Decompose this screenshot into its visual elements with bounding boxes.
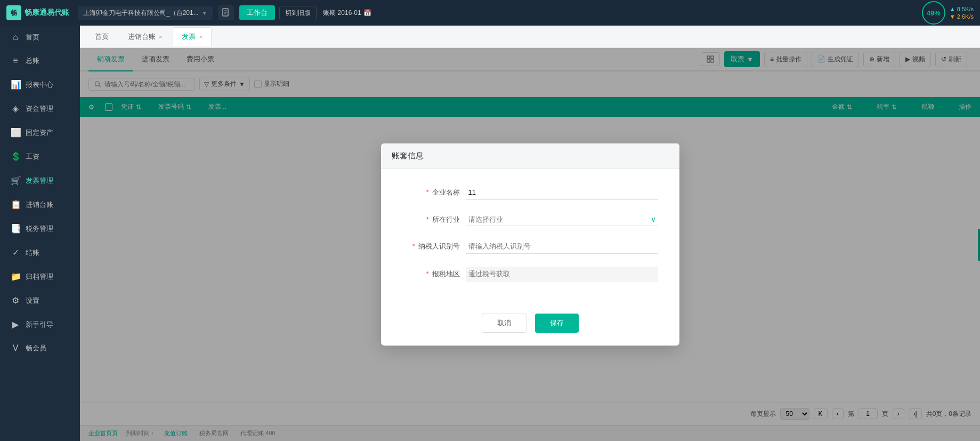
company-dropdown-icon: ▼ <box>202 10 207 16</box>
tax-region-label: * 报税地区 <box>402 269 466 279</box>
sidebar-label-checkout: 结账 <box>26 248 39 258</box>
sidebar-item-tax[interactable]: 📑 税务管理 <box>0 217 80 240</box>
modal-header: 账套信息 <box>381 143 679 169</box>
sidebar-label-assets: 固定资产 <box>26 128 53 138</box>
sidebar-label-finance: 资金管理 <box>26 104 53 114</box>
company-name-input[interactable] <box>466 185 658 200</box>
tab-home[interactable]: 首页 <box>86 28 117 46</box>
workspace-button[interactable]: 工作台 <box>239 5 275 20</box>
main-layout: ⌂ 首页 ≡ 总账 📊 报表中心 ◈ 资金管理 ⬜ 固定资产 💲 工资 🛒 发票… <box>0 26 980 441</box>
modal-title: 账套信息 <box>392 151 424 160</box>
tab-invoice-close[interactable]: × <box>199 34 202 40</box>
percent-value: 49% <box>927 9 941 17</box>
content-area: 首页 进销台账 × 发票 × 销项发票 进项发票 费用 <box>80 26 980 441</box>
form-row-tax-id: * 纳税人识别号 <box>402 239 658 254</box>
cancel-button[interactable]: 取消 <box>482 314 527 333</box>
sidebar-item-checkout[interactable]: ✓ 结账 <box>0 240 80 264</box>
sidebar-item-payroll[interactable]: 💲 工资 <box>0 145 80 169</box>
sidebar-item-home[interactable]: ⌂ 首页 <box>0 26 80 49</box>
period-info: 账期 2016-01 📅 <box>323 9 371 18</box>
modal-body: * 企业名称 * 所在行业 <box>381 169 679 305</box>
form-row-tax-region: * 报税地区 <box>402 267 658 282</box>
modal-overlay: 账套信息 * 企业名称 <box>80 48 980 441</box>
logo: 畅 畅康通易代账 <box>6 5 69 20</box>
industry-label: * 所在行业 <box>402 215 466 224</box>
tax-region-input <box>466 267 658 282</box>
checkout-icon: ✓ <box>11 247 20 258</box>
reports-icon: 📊 <box>11 79 20 90</box>
industry-dropdown-icon: ∨ <box>651 215 656 223</box>
sidebar-label-reports: 报表中心 <box>26 80 53 90</box>
sidebar-item-ledger[interactable]: ≡ 总账 <box>0 49 80 73</box>
modal-dialog: 账套信息 * 企业名称 <box>381 143 679 346</box>
required-star-3: * <box>412 242 415 250</box>
speed-values: ▲ 8.5K/s ▼ 2.6K/s <box>950 6 974 20</box>
form-row-company-name: * 企业名称 <box>402 185 658 200</box>
archive-icon: 📁 <box>11 271 20 282</box>
tab-purchase-label: 进销台账 <box>128 32 156 42</box>
sidebar-item-assets[interactable]: ⬜ 固定资产 <box>0 121 80 145</box>
logo-icon: 畅 <box>6 5 21 20</box>
member-icon: V <box>11 343 20 353</box>
sidebar-item-invoice[interactable]: 🛒 发票管理 <box>0 169 80 193</box>
sidebar-label-invoice: 发票管理 <box>26 176 53 186</box>
home-icon: ⌂ <box>11 33 20 42</box>
sidebar: ⌂ 首页 ≡ 总账 📊 报表中心 ◈ 资金管理 ⬜ 固定资产 💲 工资 🛒 发票… <box>0 26 80 441</box>
sidebar-item-finance[interactable]: ◈ 资金管理 <box>0 97 80 121</box>
logo-abbr: 畅 <box>11 9 17 18</box>
tab-purchase-close[interactable]: × <box>159 34 162 40</box>
speed-down: ▼ 2.6K/s <box>950 13 974 20</box>
sidebar-label-payroll: 工资 <box>26 152 39 162</box>
sidebar-item-archive[interactable]: 📁 归档管理 <box>0 264 80 288</box>
sidebar-item-guide[interactable]: ▶ 新手引导 <box>0 312 80 336</box>
sidebar-label-tax: 税务管理 <box>26 224 53 234</box>
sidebar-label-archive: 归档管理 <box>26 272 53 282</box>
tab-invoice-label: 发票 <box>182 32 196 42</box>
company-name-label: * 企业名称 <box>402 188 466 197</box>
save-button[interactable]: 保存 <box>535 314 579 333</box>
industry-select-wrapper[interactable]: ∨ <box>466 213 658 226</box>
sidebar-item-purchase[interactable]: 📋 进销台账 <box>0 193 80 217</box>
tax-id-input[interactable] <box>466 239 658 254</box>
tab-home-label: 首页 <box>95 32 109 42</box>
tab-purchase[interactable]: 进销台账 × <box>119 28 171 46</box>
payroll-icon: 💲 <box>11 151 20 162</box>
sidebar-item-settings[interactable]: ⚙ 设置 <box>0 288 80 312</box>
settings-icon: ⚙ <box>11 295 20 306</box>
ledger-icon: ≡ <box>11 56 20 66</box>
assets-icon: ⬜ <box>11 127 20 138</box>
period-label: 账期 <box>323 9 336 18</box>
purchase-icon: 📋 <box>11 199 20 210</box>
company-selector[interactable]: 上海卯金刀电子科技有限公司_（台201... ▼ <box>78 6 213 20</box>
top-bar: 畅 畅康通易代账 上海卯金刀电子科技有限公司_（台201... ▼ 工作台 切到… <box>0 0 980 26</box>
required-star-2: * <box>426 215 429 223</box>
guide-icon: ▶ <box>11 319 20 330</box>
sidebar-label-guide: 新手引导 <box>26 320 53 330</box>
tax-icon: 📑 <box>11 223 20 234</box>
speed-indicator: 49% <box>922 1 945 25</box>
sidebar-label-member: 畅会员 <box>26 343 46 353</box>
sidebar-label-home: 首页 <box>26 33 39 42</box>
tax-id-label: * 纳税人识别号 <box>402 242 466 251</box>
page-content: 销项发票 进项发票 费用小票 <box>80 48 980 441</box>
doc-icon[interactable] <box>218 5 234 20</box>
invoice-icon: 🛒 <box>11 175 20 186</box>
sidebar-label-settings: 设置 <box>26 296 39 306</box>
form-row-industry: * 所在行业 ∨ <box>402 213 658 226</box>
calendar-icon[interactable]: 📅 <box>363 9 371 17</box>
speed-up: ▲ 8.5K/s <box>950 6 974 12</box>
period-value: 2016-01 <box>338 9 361 17</box>
tab-bar: 首页 进销台账 × 发票 × <box>80 26 980 48</box>
tab-invoice[interactable]: 发票 × <box>173 27 211 46</box>
sidebar-item-member[interactable]: V 畅会员 <box>0 336 80 360</box>
top-bar-right: 49% ▲ 8.5K/s ▼ 2.6K/s <box>922 1 974 25</box>
industry-select-input[interactable] <box>468 215 651 223</box>
finance-icon: ◈ <box>11 103 20 114</box>
modal-footer: 取消 保存 <box>381 305 679 346</box>
logo-text: 畅康通易代账 <box>25 8 69 18</box>
switch-version-button[interactable]: 切到旧版 <box>279 6 317 20</box>
company-name: 上海卯金刀电子科技有限公司_（台201... <box>83 9 199 18</box>
sidebar-item-reports[interactable]: 📊 报表中心 <box>0 73 80 97</box>
sidebar-label-ledger: 总账 <box>26 56 39 66</box>
sidebar-label-purchase: 进销台账 <box>26 200 53 210</box>
